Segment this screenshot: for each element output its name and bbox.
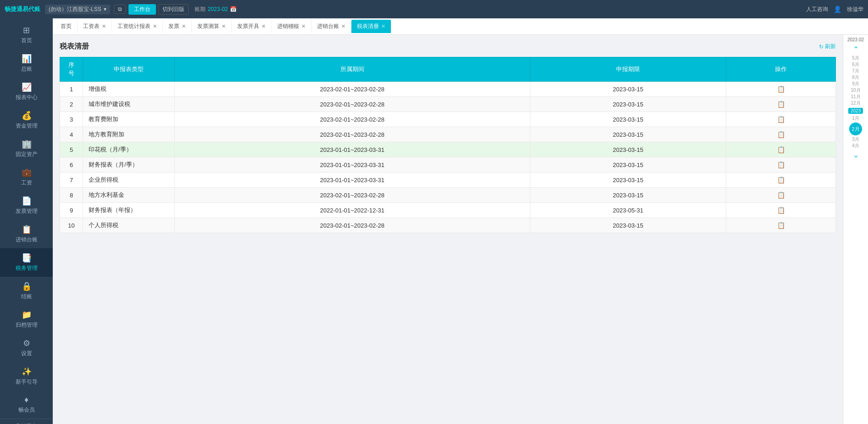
tab-salary-label: 工资表 [83, 22, 100, 30]
cell-period: 2023-02-01~2023-02-28 [175, 218, 530, 233]
sidebar-item-tax[interactable]: 📑 税务管理 [0, 248, 53, 277]
year-2023-badge[interactable]: 2023 [848, 108, 863, 114]
table-body: 1 增值税 2023-02-01~2023-02-28 2023-03-15 📋… [60, 82, 836, 233]
cell-no: 7 [60, 173, 83, 188]
action-icon[interactable]: 📋 [777, 191, 785, 199]
tab-tax-register-label: 税表清册 [357, 22, 379, 30]
month-5[interactable]: 5月 [852, 55, 859, 61]
action-icon[interactable]: 📋 [777, 222, 785, 229]
col-deadline: 申报期限 [530, 57, 726, 82]
sidebar-item-vip[interactable]: ♦ 畅会员 [0, 391, 53, 418]
cell-action[interactable]: 📋 [726, 157, 836, 173]
sidebar-item-salary[interactable]: 💼 工资 [0, 163, 53, 191]
action-icon[interactable]: 📋 [777, 206, 785, 214]
cell-action[interactable]: 📋 [726, 142, 836, 157]
month-1[interactable]: 1月 [852, 115, 859, 122]
col-no: 序号 [60, 57, 83, 82]
tab-purchase-ledger[interactable]: 进销台账 ✕ [312, 20, 351, 33]
cell-action[interactable]: 📋 [726, 127, 836, 142]
tab-invoice-calc-close[interactable]: ✕ [222, 23, 226, 29]
sidebar: ⊞ 首页 📊 总账 📈 报表中心 💰 资金管理 🏢 固定资产 💼 工资 📄 发票… [0, 18, 53, 424]
sidebar-label-tax: 税务管理 [16, 264, 38, 272]
cancel-pin-btn[interactable]: 取消固定 [0, 418, 53, 424]
sidebar-item-asset[interactable]: 🏢 固定资产 [0, 134, 53, 163]
company-selector[interactable]: (勿动）江西股宝-LSS ▾ [45, 5, 110, 14]
cell-no: 3 [60, 112, 83, 127]
guide-icon: ✨ [22, 367, 32, 377]
tab-purchase-check[interactable]: 进销稽核 ✕ [272, 20, 312, 33]
cell-period: 2023-02-01~2023-02-28 [175, 82, 530, 97]
cell-action[interactable]: 📋 [726, 112, 836, 127]
cell-action[interactable]: 📋 [726, 82, 836, 97]
tab-tax-register-close[interactable]: ✕ [381, 23, 385, 29]
ai-consult-btn[interactable]: 人工咨询 [806, 6, 828, 13]
tax-table: 序号 申报表类型 所属期间 申报期限 操作 1 增值税 2023-02-01~2… [60, 57, 836, 233]
tab-salary-report-close[interactable]: ✕ [153, 23, 157, 29]
month-9[interactable]: 9月 [852, 81, 859, 87]
tab-salary-report-label: 工资统计报表 [117, 22, 150, 30]
month-12[interactable]: 12月 [851, 100, 860, 106]
sidebar-item-archive[interactable]: 📁 归档管理 [0, 305, 53, 334]
tab-tax-register[interactable]: 税表清册 ✕ [351, 20, 391, 33]
action-icon[interactable]: 📋 [777, 176, 785, 184]
user-name[interactable]: 徐溢华 [847, 6, 863, 13]
refresh-btn[interactable]: ↻ 刷新 [819, 43, 836, 50]
timeline-up-btn[interactable]: ⌃ [853, 45, 859, 54]
tab-purchase-check-close[interactable]: ✕ [301, 23, 306, 29]
sidebar-item-fund[interactable]: 💰 资金管理 [0, 106, 53, 134]
tab-purchase-ledger-close[interactable]: ✕ [341, 23, 345, 29]
sidebar-label-invoice: 发票管理 [16, 207, 38, 215]
action-icon[interactable]: 📋 [777, 161, 785, 168]
sidebar-item-invoice[interactable]: 📄 发票管理 [0, 191, 53, 220]
cell-action[interactable]: 📋 [726, 188, 836, 203]
cell-action[interactable]: 📋 [726, 97, 836, 112]
tab-invoice-close[interactable]: ✕ [182, 23, 186, 29]
copy-btn[interactable]: ⧉ [114, 5, 126, 14]
purchase-icon: 📋 [22, 224, 32, 234]
timeline-down-btn[interactable]: ⌄ [853, 151, 859, 159]
month-6[interactable]: 6月 [852, 61, 859, 68]
action-icon[interactable]: 📋 [777, 131, 785, 138]
sidebar-item-guide[interactable]: ✨ 新手引导 [0, 362, 53, 391]
cell-no: 9 [60, 203, 83, 218]
cell-period: 2022-01-01~2022-12-31 [175, 203, 530, 218]
switch-old-btn[interactable]: 切到旧版 [158, 4, 189, 15]
action-icon[interactable]: 📋 [777, 116, 785, 123]
cell-action[interactable]: 📋 [726, 203, 836, 218]
tab-salary[interactable]: 工资表 ✕ [78, 20, 112, 33]
tab-invoice-open[interactable]: 发票开具 ✕ [232, 20, 272, 33]
action-icon[interactable]: 📋 [777, 146, 785, 153]
month-8[interactable]: 8月 [852, 74, 859, 81]
tab-invoice[interactable]: 发票 ✕ [163, 20, 192, 33]
action-icon[interactable]: 📋 [777, 85, 785, 93]
ledger-icon: 📊 [22, 54, 32, 64]
sidebar-label-fund: 资金管理 [16, 122, 38, 130]
sidebar-item-purchase[interactable]: 📋 进销台账 [0, 220, 53, 248]
tab-invoice-open-close[interactable]: ✕ [262, 23, 266, 29]
cell-type: 企业所得税 [83, 173, 175, 188]
month-11[interactable]: 11月 [851, 94, 860, 100]
workbench-btn[interactable]: 工作台 [128, 4, 156, 15]
cell-deadline: 2023-03-15 [530, 173, 726, 188]
sidebar-item-home[interactable]: ⊞ 首页 [0, 21, 53, 49]
sidebar-item-ledger[interactable]: 📊 总账 [0, 49, 53, 78]
tab-invoice-calc[interactable]: 发票测算 ✕ [192, 20, 232, 33]
month-3[interactable]: 3月 [852, 136, 859, 143]
cell-action[interactable]: 📋 [726, 173, 836, 188]
cell-deadline: 2023-03-15 [530, 218, 726, 233]
sidebar-item-report[interactable]: 📈 报表中心 [0, 78, 53, 106]
cell-deadline: 2023-03-15 [530, 142, 726, 157]
sidebar-item-settings[interactable]: ⚙ 设置 [0, 334, 53, 362]
tab-home[interactable]: 首页 [55, 20, 78, 33]
tab-salary-report[interactable]: 工资统计报表 ✕ [112, 20, 163, 33]
tab-salary-close[interactable]: ✕ [102, 23, 106, 29]
month-2-active[interactable]: 2月 [849, 123, 862, 135]
vip-icon: ♦ [24, 395, 28, 405]
month-7[interactable]: 7月 [852, 68, 859, 74]
month-4[interactable]: 4月 [852, 143, 859, 149]
calendar-icon[interactable]: 📅 [230, 6, 237, 12]
month-10[interactable]: 10月 [851, 87, 860, 94]
sidebar-item-close[interactable]: 🔒 结账 [0, 277, 53, 305]
cell-action[interactable]: 📋 [726, 218, 836, 233]
action-icon[interactable]: 📋 [777, 100, 785, 108]
